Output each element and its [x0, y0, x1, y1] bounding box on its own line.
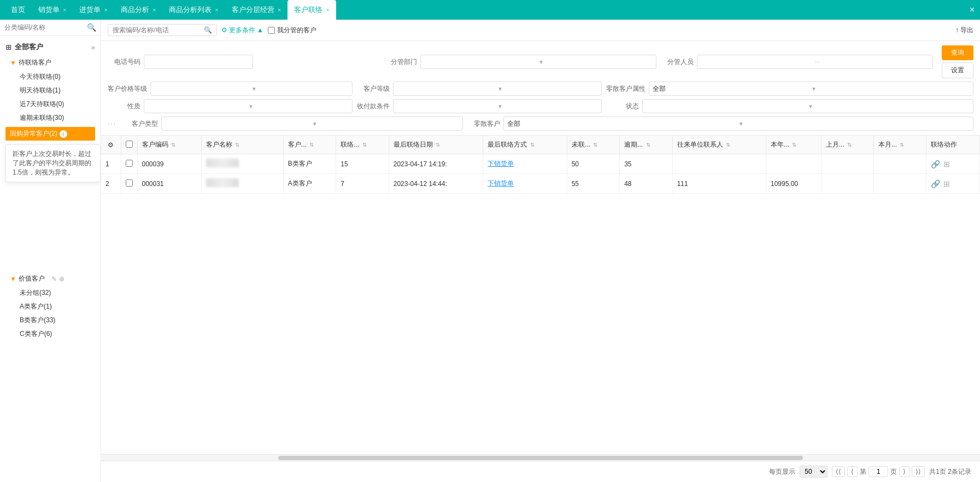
edit-icon[interactable]: ✎	[51, 275, 57, 283]
more-dots-btn[interactable]: ···	[108, 120, 116, 127]
filter-price-grade-label: 客户价格等级	[108, 84, 147, 94]
nav-customer-contact[interactable]: 客户联络 ×	[287, 0, 336, 20]
filter-person-select[interactable]: ···	[697, 55, 933, 69]
prev-page-btn[interactable]: ⟨	[847, 466, 858, 477]
th-settings[interactable]: ⚙	[101, 136, 121, 154]
link-icon-2[interactable]: 🔗	[931, 179, 940, 188]
th-name: 客户名称 ⇅	[201, 136, 283, 154]
sidebar-group-value-label: 价值客户	[19, 274, 45, 283]
th-uncontacted: 未联... ⇅	[567, 136, 619, 154]
td-code-2: 000031	[137, 174, 201, 194]
nav-sales[interactable]: 销货单 ×	[32, 0, 73, 20]
filter-payment-select[interactable]: ▼	[393, 99, 602, 113]
link-icon-1[interactable]: 🔗	[931, 160, 940, 169]
sidebar-root-label: 全部客户	[15, 42, 43, 52]
sidebar-item-today[interactable]: 今天待联络(0)	[5, 70, 101, 84]
filter-retail-customer-select[interactable]: 全部 ▼	[503, 117, 973, 131]
sort-type-icon: ⇅	[309, 142, 314, 148]
sidebar-item-a-class[interactable]: A类客户(1)	[5, 300, 101, 313]
avatar-blur-1	[206, 159, 239, 167]
close-sales-icon[interactable]: ×	[63, 7, 66, 13]
filter-customer-grade-select[interactable]: ▼	[393, 82, 602, 96]
nav-home[interactable]: 首页	[4, 0, 32, 20]
select-all-checkbox[interactable]	[126, 141, 133, 148]
last-page-btn[interactable]: ⟩⟩	[912, 466, 925, 477]
add-icon[interactable]: ⊕	[59, 275, 64, 283]
sidebar-collapse-icon[interactable]: »	[91, 43, 95, 51]
nav-purchase[interactable]: 进货单 ×	[73, 0, 114, 20]
td-last-method-2: 下销货单	[483, 174, 567, 194]
filter-phone-input[interactable]	[144, 55, 253, 69]
filter-retail-attr-value: 全部	[653, 84, 811, 94]
filter-customer-type-label: 客户类型	[125, 119, 158, 129]
td-last-date-2: 2023-04-12 14:44:	[389, 174, 483, 194]
th-checkbox	[121, 136, 137, 154]
row1-checkbox[interactable]	[126, 160, 133, 167]
filter-status-select[interactable]: ▼	[642, 99, 973, 113]
retail-customer-caret-icon: ▼	[738, 121, 970, 127]
sidebar-item-repurchase-abnormal[interactable]: 回购异常客户(2) i	[5, 127, 95, 141]
sidebar-item-7days[interactable]: 近7天待联络(0)	[5, 97, 101, 111]
td-overdue-2: 48	[620, 174, 672, 194]
sidebar-search-input[interactable]	[4, 24, 87, 31]
dept-caret-icon: ▼	[538, 59, 653, 65]
filter-status-field: 状态 ▼	[606, 99, 973, 113]
global-close-icon[interactable]: ×	[970, 5, 975, 15]
horizontal-scrollbar[interactable]	[101, 454, 980, 461]
filter-retail-attr-select[interactable]: 全部 ▼	[649, 82, 973, 96]
filter-customer-type-select[interactable]: ▼	[161, 117, 463, 131]
hscroll-thumb[interactable]	[278, 456, 803, 460]
filter-gender-select[interactable]: ▼	[144, 99, 353, 113]
arrow-down-icon: ▼	[10, 59, 16, 67]
filter-price-grade-field: 客户价格等级 ▼	[108, 82, 353, 96]
sidebar-group-pending-header[interactable]: ▼ 待联络客户	[5, 55, 101, 70]
sidebar-group-value-header[interactable]: ▼ 价值客户 ✎ ⊕	[5, 271, 101, 286]
sidebar-item-overdue[interactable]: 逾期未联络(30)	[5, 111, 101, 125]
th-type: 客户... ⇅	[283, 136, 336, 154]
close-purchase-icon[interactable]: ×	[104, 7, 107, 13]
sidebar-item-b-class[interactable]: B类客户(33)	[5, 313, 101, 327]
payment-caret-icon: ▼	[497, 103, 598, 109]
grid-action-icon-1[interactable]: ⊞	[943, 160, 950, 169]
sidebar-group-value: ▼ 价值客户 ✎ ⊕ 未分组(32) A类客户(1) B类客户(33) C类客户…	[0, 271, 101, 341]
filter-price-grade-select[interactable]: ▼	[150, 82, 353, 96]
per-page-select[interactable]: 50 100 200	[800, 466, 828, 478]
page-number-input[interactable]	[868, 466, 888, 477]
settings-btn[interactable]: 设置	[942, 62, 973, 78]
more-conditions-btn[interactable]: ⚙ 更多条件 ▲	[221, 26, 263, 35]
sidebar-item-c-class[interactable]: C类客户(6)	[5, 327, 101, 341]
close-customer-contact-icon[interactable]: ×	[326, 7, 329, 13]
query-btn[interactable]: 查询	[942, 45, 973, 60]
nav-product-analysis-list[interactable]: 商品分析列表 ×	[162, 0, 225, 20]
first-page-btn[interactable]: ⟨⟨	[832, 466, 845, 477]
sidebar-search-icon[interactable]: 🔍	[87, 23, 96, 32]
close-product-analysis-icon[interactable]: ×	[152, 7, 156, 13]
filter-dept-select[interactable]: ▼	[420, 55, 656, 69]
row2-checkbox[interactable]	[126, 179, 133, 187]
filter-customer-grade-field: 客户等级 ▼	[357, 82, 602, 96]
sidebar-item-ungroup[interactable]: 未分组(32)	[5, 286, 101, 300]
sort-name-icon: ⇅	[235, 142, 239, 148]
td-unit-contact-1	[672, 154, 766, 174]
close-customer-segment-icon[interactable]: ×	[278, 7, 281, 13]
filter-payment-field: 收付款条件 ▼	[357, 99, 602, 113]
nav-customer-segment[interactable]: 客户分层经营 ×	[225, 0, 287, 20]
th-overdue: 逾期... ⇅	[620, 136, 672, 154]
link-sales-order-2[interactable]: 下销货单	[488, 179, 514, 187]
export-btn[interactable]: ↑ 导出	[955, 26, 973, 35]
sidebar-root[interactable]: ⊞ 全部客户 »	[0, 39, 101, 55]
grid-action-icon-2[interactable]: ⊞	[943, 179, 950, 188]
link-sales-order-1[interactable]: 下销货单	[488, 160, 514, 167]
td-last-month-2	[821, 174, 873, 194]
sidebar-item-tomorrow[interactable]: 明天待联络(1)	[5, 84, 101, 97]
next-page-btn[interactable]: ⟩	[899, 466, 909, 477]
my-customers-checkbox[interactable]	[268, 27, 275, 34]
filter-search-icon[interactable]: 🔍	[204, 26, 212, 34]
filter-search-input[interactable]	[113, 26, 204, 34]
nav-product-analysis[interactable]: 商品分析 ×	[114, 0, 162, 20]
data-table: ⚙ 客户编码 ⇅ 客户名称 ⇅ 客户...	[101, 136, 980, 194]
td-action-2: 🔗 ⊞	[926, 174, 980, 194]
td-this-year-2: 10995.00	[766, 174, 821, 194]
sort-this-year-icon: ⇅	[792, 142, 796, 148]
close-product-analysis-list-icon[interactable]: ×	[215, 7, 218, 13]
